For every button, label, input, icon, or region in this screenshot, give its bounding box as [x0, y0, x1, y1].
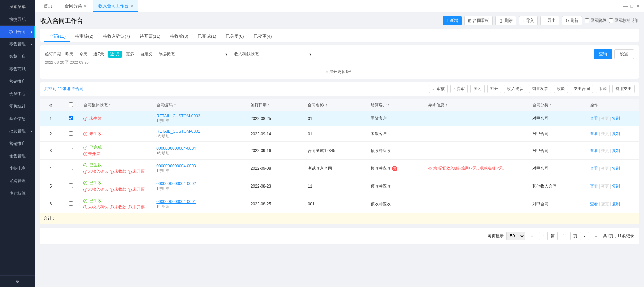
next-page-btn[interactable]: › [580, 232, 589, 240]
row-action-查看[interactable]: 查看 [590, 166, 598, 171]
export-button[interactable]: ↑ 导出 [540, 16, 559, 25]
top-tab-home[interactable]: 首页 [39, 0, 57, 12]
show-stage-checkbox[interactable]: 显示阶段 [585, 18, 606, 24]
expand-conditions-btn[interactable]: ≡ 展开更多条件 [326, 69, 353, 75]
toolbar-action-close[interactable]: 关闭 [470, 85, 485, 93]
filter-tab-closed[interactable]: 已关闭(0) [221, 31, 249, 42]
toolbar-action-expense_out[interactable]: 费用支出 [612, 85, 635, 93]
income-confirm-select[interactable]: ▾ [261, 50, 314, 59]
toolbar-action-review[interactable]: ✓审核 [429, 85, 448, 93]
date-opt-today[interactable]: 今天 [77, 51, 89, 58]
date-opt-more[interactable]: 更多 [124, 51, 136, 58]
import-button[interactable]: ↓ 导入 [519, 16, 538, 25]
last-page-btn[interactable]: » [592, 232, 600, 240]
minimize-btn[interactable]: — [623, 3, 628, 9]
toolbar-action-sales_invoice[interactable]: 销售发票 [529, 85, 551, 93]
row-action-复制[interactable]: 复制 [612, 184, 620, 189]
toolbar-action-payment[interactable]: 收款 [554, 85, 568, 93]
row-action-复制[interactable]: 复制 [612, 148, 620, 153]
show-detail-checkbox[interactable]: 显示标的明细 [609, 18, 639, 24]
row-action-变更[interactable]: 变更 [601, 116, 609, 121]
date-opt-custom[interactable]: 自定义 [138, 51, 154, 58]
row-action-查看[interactable]: 查看 [590, 131, 598, 136]
row-action-变更[interactable]: 变更 [601, 148, 609, 153]
filter-tab-changed[interactable]: 已变更(4) [249, 31, 277, 42]
code-link[interactable]: 0000000000004-0001 [156, 199, 196, 204]
sidebar-item-smart[interactable]: 智慧门店 [0, 50, 35, 63]
code-link[interactable]: 0000000000004-0003 [156, 164, 196, 168]
filter-tab-pending_payment[interactable]: 待收款(8) [165, 31, 193, 42]
filter-tab-pending_income_confirm[interactable]: 待收入确认(7) [98, 31, 135, 42]
new-button[interactable]: + 新增 [443, 16, 462, 25]
row-action-变更[interactable]: 变更 [601, 202, 609, 206]
select-all-checkbox[interactable] [69, 102, 73, 107]
settings-button[interactable]: 设置 [614, 49, 634, 59]
prev-page-btn[interactable]: ‹ [539, 232, 548, 240]
toolbar-action-purchase[interactable]: 采购 [596, 85, 610, 93]
delete-button[interactable]: 🗑 删除 [495, 16, 516, 25]
maximize-btn[interactable]: □ [631, 3, 633, 9]
row-action-变更[interactable]: 变更 [601, 184, 609, 189]
code-link[interactable]: 0000000000004-0004 [156, 146, 196, 151]
filter-tab-pending_review[interactable]: 待审核(2) [70, 31, 98, 42]
sidebar-item-project[interactable]: 项目合同▲ [0, 26, 35, 38]
sidebar-nav[interactable]: 快捷导航 [0, 14, 35, 26]
row-checkbox[interactable] [69, 131, 73, 136]
sidebar-item-wmarketing[interactable]: 营销推广 [0, 137, 35, 150]
sidebar-search[interactable]: 搜索菜单 [0, 0, 35, 14]
page-input[interactable] [557, 232, 571, 240]
row-checkbox[interactable] [69, 116, 73, 120]
date-opt-last7[interactable]: 近7天 [91, 51, 106, 58]
filter-tab-completed[interactable]: 已完成(1) [193, 31, 221, 42]
row-checkbox[interactable] [69, 201, 73, 206]
sidebar-item-xiaochangec[interactable]: 小畅电商 [0, 162, 35, 175]
toolbar-action-abandon[interactable]: ×弃审 [450, 85, 468, 93]
sidebar-item-inventory[interactable]: 库存核算 [0, 187, 35, 200]
toolbar-action-income_confirm[interactable]: 收入确认 [504, 85, 526, 93]
row-action-复制[interactable]: 复制 [612, 116, 620, 121]
sidebar-item-shop[interactable]: 零售商城 [0, 63, 35, 75]
sidebar-item-basic[interactable]: 基础信息 [0, 113, 35, 125]
filter-tab-all[interactable]: 全部(11) [44, 31, 70, 42]
doc-status-select[interactable]: ▾ [177, 50, 230, 59]
code-link[interactable]: RETAIL_CUSTOM-0003 [156, 114, 200, 118]
row-action-复制[interactable]: 复制 [612, 131, 620, 136]
row-action-复制[interactable]: 复制 [612, 202, 620, 206]
code-link[interactable]: 0000000000004-0002 [156, 181, 196, 186]
sidebar-item-purchase[interactable]: 采购管理 [0, 175, 35, 187]
page-size-select[interactable]: 102050100 [506, 232, 525, 240]
row-action-查看[interactable]: 查看 [590, 116, 598, 121]
first-page-btn[interactable]: « [528, 232, 536, 240]
query-button[interactable]: 查询 [594, 49, 612, 59]
row-checkbox[interactable] [69, 166, 73, 170]
row-action-变更[interactable]: 变更 [601, 166, 609, 171]
close-btn[interactable]: ✕ [636, 3, 640, 9]
close-tab-contract-type[interactable]: × [84, 4, 86, 8]
sidebar-item-stats[interactable]: 零售统计 [0, 100, 35, 113]
close-tab-income-workbench[interactable]: × [131, 4, 133, 8]
sidebar-item-wholesale[interactable]: 批发管理▲ [0, 125, 35, 137]
row-action-复制[interactable]: 复制 [612, 166, 620, 171]
col-settings[interactable]: ⚙ [40, 99, 61, 111]
filter-tab-pending_invoice[interactable]: 待开票(11) [135, 31, 165, 42]
date-opt-last1month[interactable]: 近1月 [108, 51, 122, 58]
col-checkbox[interactable] [61, 99, 80, 111]
top-tab-income-workbench[interactable]: 收入合同工作台× [93, 0, 138, 12]
row-action-查看[interactable]: 查看 [590, 184, 598, 189]
row-action-查看[interactable]: 查看 [590, 202, 598, 206]
top-tab-contract-type[interactable]: 合同分类× [60, 0, 91, 12]
sidebar-item-sales[interactable]: 销售管理 [0, 150, 35, 162]
sidebar-item-retail[interactable]: 零售管理▲ [0, 38, 35, 50]
toolbar-action-print[interactable]: 打开 [487, 85, 501, 93]
row-checkbox[interactable] [69, 148, 73, 152]
row-action-查看[interactable]: 查看 [590, 148, 598, 153]
sidebar-item-marketing[interactable]: 营销推广 [0, 75, 35, 88]
code-link[interactable]: RETAIL_CUSTOM-0001 [156, 129, 200, 134]
date-opt-yesterday[interactable]: 昨天 [63, 51, 75, 58]
settings-icon[interactable]: ⚙ [0, 275, 35, 287]
refresh-button[interactable]: ↻ 刷新 [562, 16, 582, 25]
row-action-变更[interactable]: 变更 [601, 131, 609, 136]
sidebar-item-member[interactable]: 会员中心 [0, 88, 35, 100]
dashboard-button[interactable]: ⊞ 合同看板 [464, 16, 493, 25]
row-checkbox[interactable] [69, 183, 73, 188]
